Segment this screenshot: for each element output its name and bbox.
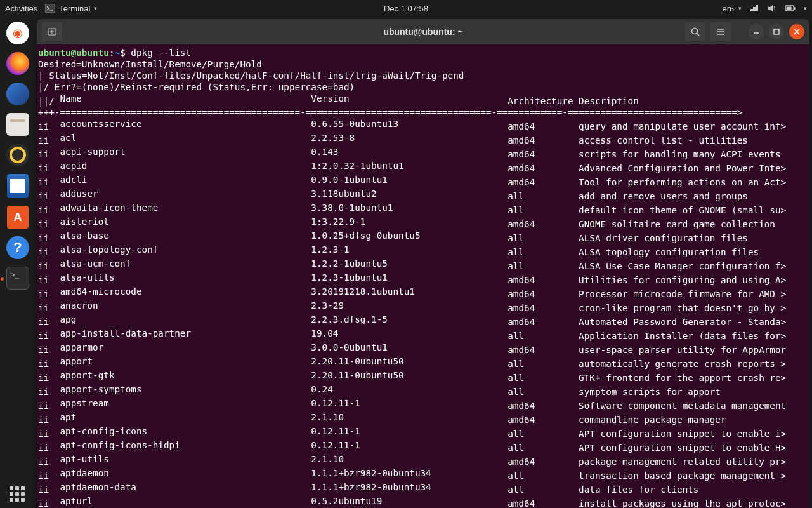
close-button[interactable] (789, 24, 804, 39)
package-row: ii anacron2.3-29amd64cron-like program t… (38, 300, 809, 314)
firefox-icon[interactable] (6, 52, 29, 75)
package-row: ii aisleriot1:3.22.9-1amd64GNOME solitai… (38, 216, 809, 230)
activities-button[interactable]: Activities (5, 4, 37, 13)
package-row: ii acpi-support0.143amd64scripts for han… (38, 146, 809, 160)
package-row: ii apparmor3.0.0-0ubuntu1amd64user-space… (38, 342, 809, 356)
terminal-output[interactable]: ubuntu@ubuntu:~$ dpkg --listDesired=Unkn… (37, 44, 809, 508)
chevron-down-icon: ▾ (94, 5, 97, 11)
new-tab-button[interactable] (42, 22, 62, 41)
package-row: ii apport-gtk2.20.11-0ubuntu50allGTK+ fr… (38, 370, 809, 384)
battery-icon[interactable] (785, 4, 796, 12)
package-row: ii apturl0.5.2ubuntu19amd64install packa… (38, 495, 809, 508)
dock: ◉ ? (0, 17, 36, 508)
svg-rect-0 (45, 4, 55, 13)
rhythmbox-icon[interactable] (6, 144, 29, 166)
package-row: ii apport-symptoms0.24allsymptom scripts… (38, 384, 809, 398)
ubuntu-logo-icon[interactable]: ◉ (6, 22, 29, 44)
package-row: ii apg2.2.3.dfsg.1-5amd64Automated Passw… (38, 314, 809, 328)
package-row: ii alsa-ucm-conf1.2.2-1ubuntu5allALSA Us… (38, 258, 809, 272)
maximize-button[interactable] (769, 24, 784, 39)
terminal-icon (45, 4, 55, 13)
clock[interactable]: Dec 1 07:58 (384, 4, 428, 13)
app-menu-label: Terminal (59, 4, 90, 13)
help-icon[interactable]: ? (6, 236, 29, 259)
gnome-top-panel: Activities Terminal ▾ Dec 1 07:58 en₁▾ ▾ (0, 0, 812, 17)
terminal-window: ubuntu@ubuntu: ~ ubuntu@ubuntu:~$ dpkg -… (37, 19, 809, 508)
svg-rect-3 (794, 7, 796, 10)
package-row: ii appstream0.12.11-1amd64Software compo… (38, 398, 809, 411)
svg-point-5 (692, 29, 698, 34)
menu-button[interactable] (710, 22, 731, 41)
package-row: ii apport2.20.11-0ubuntu50allautomatical… (38, 356, 809, 370)
terminal-launcher-icon[interactable] (6, 267, 29, 290)
package-row: ii alsa-base1.0.25+dfsg-0ubuntu5allALSA … (38, 230, 809, 244)
package-row: ii apt2.1.10amd64commandline package man… (38, 411, 809, 425)
package-row: ii adduser3.118ubuntu2alladd and remove … (38, 188, 809, 202)
files-icon[interactable] (6, 113, 29, 136)
package-row: ii alsa-utils1.2.3-1ubuntu1amd64Utilitie… (38, 272, 809, 286)
package-row: ii apt-config-icons0.12.11-1allAPT confi… (38, 425, 809, 439)
thunderbird-icon[interactable] (6, 83, 29, 105)
search-button[interactable] (685, 22, 705, 41)
titlebar: ubuntu@ubuntu: ~ (37, 19, 809, 44)
ubuntu-software-icon[interactable] (7, 206, 29, 229)
minimize-button[interactable] (749, 24, 764, 39)
svg-rect-6 (774, 29, 779, 34)
input-source[interactable]: en₁▾ (723, 4, 742, 13)
package-row: ii apt-utils2.1.10amd64package managemen… (38, 453, 809, 467)
package-row: ii app-install-data-partner19.04allAppli… (38, 328, 809, 342)
package-row: ii acl2.2.53-8amd64access control list -… (38, 132, 809, 146)
package-row: ii adwaita-icon-theme3.38.0-1ubuntu1alld… (38, 202, 809, 216)
network-icon[interactable] (749, 4, 759, 13)
package-row: ii adcli0.9.0-1ubuntu1amd64Tool for perf… (38, 174, 809, 188)
volume-icon[interactable] (767, 4, 777, 13)
chevron-down-icon: ▾ (738, 5, 742, 11)
window-title: ubuntu@ubuntu: ~ (383, 27, 462, 37)
package-row: ii apt-config-icons-hidpi0.12.11-1allAPT… (38, 439, 809, 453)
show-applications-icon[interactable] (10, 486, 25, 502)
package-row: ii alsa-topology-conf1.2.3-1allALSA topo… (38, 244, 809, 258)
package-row: ii aptdaemon-data1.1.1+bzr982-0ubuntu34a… (38, 481, 809, 495)
package-row: ii accountsservice0.6.55-0ubuntu13amd64q… (38, 118, 809, 132)
package-row: ii amd64-microcode3.20191218.1ubuntu1amd… (38, 286, 809, 300)
libreoffice-writer-icon[interactable] (7, 174, 29, 198)
package-row: ii acpid1:2.0.32-1ubuntu1amd64Advanced C… (38, 160, 809, 174)
package-row: ii aptdaemon1.1.1+bzr982-0ubuntu34alltra… (38, 467, 809, 481)
svg-rect-2 (787, 7, 792, 10)
app-menu[interactable]: Terminal ▾ (45, 4, 97, 13)
system-menu-chevron-icon[interactable]: ▾ (804, 5, 807, 11)
